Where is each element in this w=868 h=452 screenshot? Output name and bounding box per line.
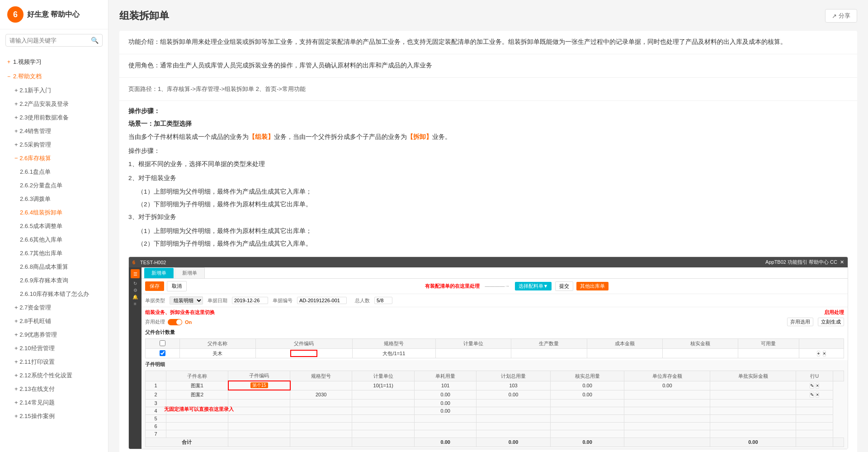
cell-row-action: + × [799,349,844,358]
sidebar-item-2-6[interactable]: − 2.6库存核算 [0,152,108,165]
row-edit-btn2[interactable]: ✎ [810,392,814,398]
plus-icon: + [14,331,19,338]
soft-main-panel: 新增单 新增单 保存 取消 有装配清单的在这里处理 ————→ [142,267,848,449]
arrow-right: ————→ [485,283,509,289]
sidebar-item-2-6-8[interactable]: 2.6.8商品成本重算 [0,260,108,274]
sidebar-item-docs[interactable]: − 2.帮助文档 [0,69,108,84]
th-parent-name: 父件名称 [180,339,255,349]
annotation-row: 组装业务、拆卸业务在这里切换 启用处理 弃用处理 On [142,307,848,328]
search-input[interactable] [9,37,91,44]
sidebar-item-2-1[interactable]: + 2.1新手入门 [0,84,108,97]
close-icon: ✕ [840,259,844,265]
step3-sub2: （2）下部明细为子件明细，最终作为产成品生成其它入库单。 [128,238,848,249]
plus-icon: + [14,413,19,419]
sidebar-item-2-6-1[interactable]: 2.6.1盘点单 [0,165,108,179]
share-icon: ↗ [832,13,837,19]
minus-icon: − [7,73,10,80]
plus-icon: + [14,399,19,406]
step2: 2、对于组装业务 [128,173,848,184]
sidebar-item-2-6-4[interactable]: 2.6.4组装拆卸单 [0,206,108,219]
sidebar-item-2-6-7[interactable]: 2.6.7其他出库单 [0,247,108,260]
share-button[interactable]: ↗ 分享 [825,9,857,23]
th-action [799,339,844,349]
sidebar-item-2-4[interactable]: + 2.4销售管理 [0,124,108,138]
soft-btn-select-bom[interactable]: 选择配料单▼ [515,282,552,290]
bom-select-input[interactable]: 弃用选用 [787,318,813,326]
sidebar-item-label: 1.视频学习 [13,58,42,66]
sidebar-item-2-6-2[interactable]: 2.6.2分量盘点单 [0,179,108,192]
plus-icon: + [14,141,19,148]
search-box[interactable]: 🔍 [5,34,103,47]
form-no-input[interactable] [297,297,347,304]
bottom-table-wrapper: 子件明细 无固定清单可以直接在这里录入 子件名称 [142,360,848,449]
plus-icon: + [14,128,19,134]
form-type-select[interactable]: 组装明细 拆卸明细 [170,296,203,305]
sidebar-item-2-14[interactable]: + 2.14常见问题 [0,396,108,409]
annotation-arrow-container: 无固定清单可以直接在这里录入 [164,406,234,413]
role-text: 使用角色：通常由生产人员或库管人员完成拆装业务的操作，库管人员确认原材料的出库和… [128,62,432,69]
nav-children-docs: + 2.1新手入门 + 2.2产品安装及登录 + 2.3使用前数据准备 + 2.… [0,84,108,423]
row-del-btn[interactable]: × [823,351,826,357]
th-b-actual-total: 核实总用量 [550,371,624,381]
sidebar-item-2-5[interactable]: + 2.5采购管理 [0,138,108,152]
plus-icon: + [14,87,19,94]
sidebar-item-2-6-6[interactable]: 2.6.6其他入库单 [0,233,108,247]
sidebar-item-2-3[interactable]: + 2.3使用前数据准备 [0,111,108,124]
soft-btn-commit[interactable]: 其他出库单 [576,282,609,290]
sidebar-item-2-13[interactable]: + 2.13在线支付 [0,382,108,396]
plus-icon: + [14,100,19,107]
plus-icon: + [14,114,19,121]
annotation-text1: 有装配清单的在这里处理 [425,283,480,289]
sidebar-item-2-6-10[interactable]: 2.6.10库存账本错了怎么办 [0,287,108,301]
sidebar-item-2-9[interactable]: + 2.9优惠券管理 [0,328,108,342]
soft-sidebar-icon4: 🔔 [132,295,138,300]
badge-orange: 第个15 [250,382,268,388]
plus-icon: + [14,385,19,392]
table-row: 关木 大包/1=11 [146,349,844,358]
soft-form-row: 单据类型 组装明细 拆卸明细 单据日期 单据编号 总人数 [142,294,848,307]
sidebar-item-2-10[interactable]: + 2.10经营管理 [0,342,108,355]
soft-btn-save[interactable]: 保存 [145,281,164,291]
soft-tab-new2[interactable]: 新增单 [175,267,205,278]
sidebar-item-2-11[interactable]: + 2.11打印设置 [0,355,108,369]
keyword-assembly: 【组装】 [249,133,274,140]
select-all-checkbox[interactable] [160,340,165,346]
soft-titlebar-right: AppTB02 功能指引 帮助中心 CC ✕ [765,259,844,266]
nav-sub-children-2-6: 2.6.1盘点单 2.6.2分量盘点单 2.6.3调拨单 2.6.4组装拆卸单 … [0,165,108,301]
form-date-input[interactable] [232,297,268,304]
soft-btn-action[interactable]: 提交 [555,281,573,291]
row-add-btn[interactable]: + [817,351,821,357]
form-qty-label: 总人数 [355,297,370,304]
row-del-btn3[interactable]: × [816,392,819,398]
toggle-switch[interactable] [168,319,182,325]
sidebar-item-2-6-9[interactable]: 2.6.9库存账本查询 [0,274,108,287]
cell-code-input[interactable] [290,350,317,357]
row-checkbox[interactable] [160,350,165,356]
soft-tabs-bar: 新增单 新增单 [142,267,848,279]
soft-icon-sidebar: ☰ ↻ ⚙ 🔔 ≡ [129,267,142,449]
table-footer: 合计 0.00 0.00 0.00 [146,438,844,447]
sidebar-item-2-2[interactable]: + 2.2产品安装及登录 [0,97,108,111]
row-del-btn2[interactable]: × [816,383,819,389]
th-b-child-name: 子件名称 [166,371,228,381]
table-row: 1 图案1 第个15 10(1=11) 101 103 0.0 [146,381,844,390]
row-edit-btn[interactable]: ✎ [810,383,814,389]
form-qty-input[interactable] [374,297,392,304]
sidebar-item-2-6-5[interactable]: 2.6.5成本调整单 [0,219,108,233]
top-table-wrapper: 父件名称 父件编码 规格型号 计量单位 生产数量 成本金额 核实金额 [142,338,848,360]
th-b-unit: 计量单位 [352,371,415,381]
soft-tab-new1[interactable]: 新增单 [144,268,174,278]
toggle-thumb [176,319,182,325]
sidebar-item-2-6-3[interactable]: 2.6.3调拨单 [0,192,108,206]
plus-icon: + [14,318,19,324]
sidebar-item-2-7[interactable]: + 2.7资金管理 [0,301,108,314]
soft-btn-cancel[interactable]: 取消 [167,281,187,291]
cell-actual-amt [662,349,738,358]
th-avail: 可用量 [738,339,799,349]
table-row: 6 [146,422,844,430]
sidebar-item-2-15[interactable]: + 2.15操作案例 [0,409,108,423]
soft-btn-ok[interactable]: 立刻生成 [818,318,844,326]
sidebar-item-2-8[interactable]: + 2.8手机旺铺 [0,314,108,328]
sidebar-item-2-12[interactable]: + 2.12系统个性化设置 [0,369,108,382]
sidebar-item-video[interactable]: + 1.视频学习 [0,55,108,69]
